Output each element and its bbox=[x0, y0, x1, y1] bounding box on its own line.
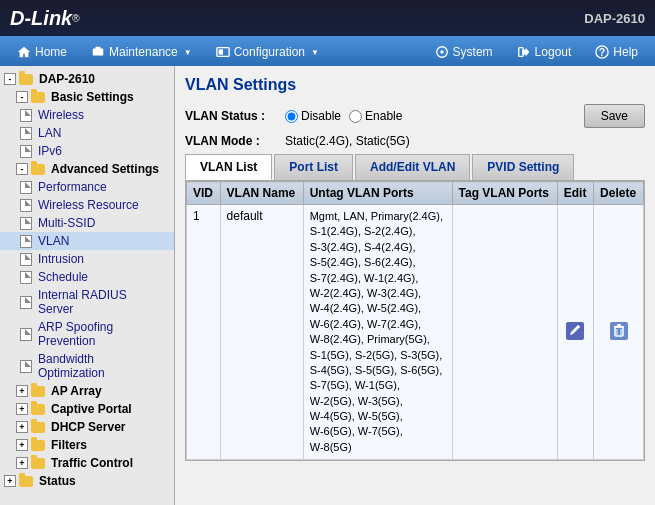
tab-pvid-setting-label: PVID Setting bbox=[487, 160, 559, 174]
wireless-resource-icon bbox=[20, 199, 32, 212]
filters-folder-icon bbox=[31, 440, 45, 451]
tab-pvid-setting[interactable]: PVID Setting bbox=[472, 154, 574, 180]
vlan-mode-label: VLAN Mode : bbox=[185, 134, 275, 148]
sidebar-traffic-control-label: Traffic Control bbox=[51, 456, 133, 470]
sidebar: - DAP-2610 - Basic Settings Wireless LAN… bbox=[0, 66, 175, 505]
tab-vlan-list[interactable]: VLAN List bbox=[185, 154, 272, 180]
svg-point-5 bbox=[440, 50, 444, 54]
nav-home[interactable]: Home bbox=[5, 38, 79, 66]
vlan-status-enable-option[interactable]: Enable bbox=[349, 109, 402, 123]
intrusion-icon bbox=[20, 253, 32, 266]
tabs-container: VLAN List Port List Add/Edit VLAN PVID S… bbox=[185, 154, 645, 180]
sidebar-captive-portal-label: Captive Portal bbox=[51, 402, 132, 416]
filters-expand-icon: + bbox=[16, 439, 28, 451]
svg-rect-1 bbox=[95, 47, 100, 50]
nav-system[interactable]: System bbox=[423, 38, 505, 66]
sidebar-group-dhcp[interactable]: + DHCP Server bbox=[0, 418, 174, 436]
vlan-table-wrapper: VID VLAN Name Untag VLAN Ports Tag VLAN … bbox=[185, 180, 645, 461]
vlan-status-disable-option[interactable]: Disable bbox=[285, 109, 341, 123]
sidebar-item-lan[interactable]: LAN bbox=[0, 124, 174, 142]
sidebar-group-basic[interactable]: - Basic Settings bbox=[0, 88, 174, 106]
col-vid: VID bbox=[187, 182, 221, 205]
basic-settings-label: Basic Settings bbox=[51, 90, 134, 104]
cell-untag-ports: Mgmt, LAN, Primary(2.4G), S-1(2.4G), S-2… bbox=[303, 205, 452, 460]
vlan-mode-row: VLAN Mode : Static(2.4G), Static(5G) bbox=[185, 134, 645, 148]
sidebar-group-status[interactable]: + Status bbox=[0, 472, 174, 490]
cell-delete[interactable] bbox=[594, 205, 644, 460]
dhcp-expand-icon: + bbox=[16, 421, 28, 433]
sidebar-item-internal-radius[interactable]: Internal RADIUS Server bbox=[0, 286, 174, 318]
sidebar-group-traffic-control[interactable]: + Traffic Control bbox=[0, 454, 174, 472]
vlan-status-enable-radio[interactable] bbox=[349, 110, 362, 123]
bandwidth-icon bbox=[20, 360, 32, 373]
advanced-folder-icon bbox=[31, 164, 45, 175]
sidebar-item-intrusion[interactable]: Intrusion bbox=[0, 250, 174, 268]
vid-value: 1 bbox=[193, 209, 200, 223]
vlan-status-disable-radio[interactable] bbox=[285, 110, 298, 123]
sidebar-root-label: DAP-2610 bbox=[39, 72, 95, 86]
tab-add-edit-vlan[interactable]: Add/Edit VLAN bbox=[355, 154, 470, 180]
status-folder-icon bbox=[19, 476, 33, 487]
col-untag: Untag VLAN Ports bbox=[303, 182, 452, 205]
dhcp-folder-icon bbox=[31, 422, 45, 433]
captive-folder-icon bbox=[31, 404, 45, 415]
sidebar-item-multi-ssid[interactable]: Multi-SSID bbox=[0, 214, 174, 232]
nav-home-label: Home bbox=[35, 45, 67, 59]
nav-help-label: Help bbox=[613, 45, 638, 59]
header: D-Link® DAP-2610 bbox=[0, 0, 655, 38]
sidebar-group-advanced[interactable]: - Advanced Settings bbox=[0, 160, 174, 178]
sidebar-group-ap-array[interactable]: + AP Array bbox=[0, 382, 174, 400]
captive-expand-icon: + bbox=[16, 403, 28, 415]
cell-tag-ports bbox=[452, 205, 557, 460]
cell-edit[interactable] bbox=[557, 205, 593, 460]
svg-rect-0 bbox=[93, 49, 104, 56]
sidebar-item-vlan[interactable]: VLAN bbox=[0, 232, 174, 250]
col-tag: Tag VLAN Ports bbox=[452, 182, 557, 205]
vlan-status-enable-label: Enable bbox=[365, 109, 402, 123]
device-model: DAP-2610 bbox=[584, 11, 645, 26]
sidebar-dhcp-label: DHCP Server bbox=[51, 420, 125, 434]
ipv6-page-icon bbox=[20, 145, 32, 158]
vlan-mode-value: Static(2.4G), Static(5G) bbox=[285, 134, 410, 148]
tab-port-list-label: Port List bbox=[289, 160, 338, 174]
sidebar-filters-label: Filters bbox=[51, 438, 87, 452]
nav-system-label: System bbox=[453, 45, 493, 59]
col-delete: Delete bbox=[594, 182, 644, 205]
advanced-settings-label: Advanced Settings bbox=[51, 162, 159, 176]
sidebar-item-arp-spoofing[interactable]: ARP Spoofing Prevention bbox=[0, 318, 174, 350]
performance-icon bbox=[20, 181, 32, 194]
delete-button[interactable] bbox=[610, 322, 628, 343]
ap-folder-icon bbox=[31, 386, 45, 397]
col-edit: Edit bbox=[557, 182, 593, 205]
save-button[interactable]: Save bbox=[584, 104, 645, 128]
sidebar-group-filters[interactable]: + Filters bbox=[0, 436, 174, 454]
sidebar-item-schedule[interactable]: Schedule bbox=[0, 268, 174, 286]
traffic-folder-icon bbox=[31, 458, 45, 469]
basic-expand-icon: - bbox=[16, 91, 28, 103]
status-expand-icon: + bbox=[4, 475, 16, 487]
wireless-page-icon bbox=[20, 109, 32, 122]
sidebar-group-captive-portal[interactable]: + Captive Portal bbox=[0, 400, 174, 418]
schedule-icon bbox=[20, 271, 32, 284]
sidebar-item-wireless[interactable]: Wireless bbox=[0, 106, 174, 124]
sidebar-root[interactable]: - DAP-2610 bbox=[0, 70, 174, 88]
nav-help[interactable]: ? Help bbox=[583, 38, 650, 66]
edit-button[interactable] bbox=[566, 322, 584, 343]
sidebar-status-label: Status bbox=[39, 474, 76, 488]
sidebar-item-bandwidth[interactable]: Bandwidth Optimization bbox=[0, 350, 174, 382]
nav-maintenance[interactable]: Maintenance ▼ bbox=[79, 38, 204, 66]
table-header-row: VID VLAN Name Untag VLAN Ports Tag VLAN … bbox=[187, 182, 644, 205]
sidebar-bandwidth-label: Bandwidth Optimization bbox=[38, 352, 154, 380]
nav-configuration[interactable]: Configuration ▼ bbox=[204, 38, 331, 66]
sidebar-intrusion-label: Intrusion bbox=[38, 252, 84, 266]
sidebar-item-ipv6[interactable]: IPv6 bbox=[0, 142, 174, 160]
sidebar-item-wireless-resource[interactable]: Wireless Resource bbox=[0, 196, 174, 214]
tab-port-list[interactable]: Port List bbox=[274, 154, 353, 180]
nav-logout[interactable]: Logout bbox=[505, 38, 584, 66]
delete-icon bbox=[610, 322, 628, 340]
ap-expand-icon: + bbox=[16, 385, 28, 397]
nav-logout-label: Logout bbox=[535, 45, 572, 59]
sidebar-performance-label: Performance bbox=[38, 180, 107, 194]
svg-rect-13 bbox=[617, 324, 621, 327]
sidebar-item-performance[interactable]: Performance bbox=[0, 178, 174, 196]
